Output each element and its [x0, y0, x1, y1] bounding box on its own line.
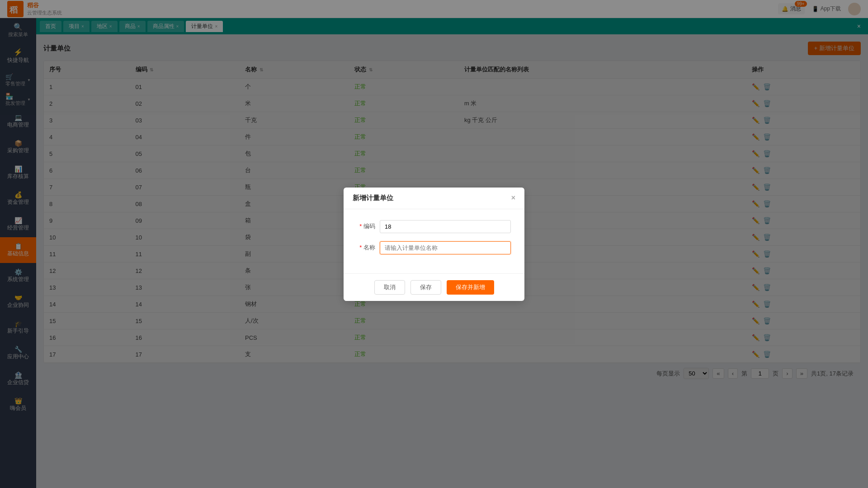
- name-input[interactable]: [380, 241, 511, 254]
- form-required-mark-code: * 编码: [357, 222, 375, 230]
- modal-body: * 编码 * 名称: [344, 209, 524, 273]
- form-row-code: * 编码: [357, 220, 511, 233]
- form-required-mark-name: * 名称: [357, 244, 375, 252]
- code-input[interactable]: [380, 220, 511, 233]
- modal-header: 新增计量单位 ×: [344, 188, 524, 209]
- save-button[interactable]: 保存: [410, 280, 441, 295]
- code-label: 编码: [363, 223, 375, 230]
- modal-title: 新增计量单位: [353, 194, 393, 202]
- modal-overlay: 新增计量单位 × * 编码 * 名称 取消 保存 保存并新增: [0, 0, 868, 488]
- required-asterisk-code: *: [359, 223, 362, 230]
- name-label: 名称: [363, 244, 375, 251]
- required-asterisk-name: *: [359, 244, 362, 251]
- cancel-button[interactable]: 取消: [374, 280, 405, 295]
- modal-footer: 取消 保存 保存并新增: [344, 273, 524, 301]
- add-unit-modal: 新增计量单位 × * 编码 * 名称 取消 保存 保存并新增: [344, 188, 524, 301]
- form-row-name: * 名称: [357, 241, 511, 254]
- modal-close-button[interactable]: ×: [511, 194, 515, 202]
- save-and-new-button[interactable]: 保存并新增: [447, 280, 494, 295]
